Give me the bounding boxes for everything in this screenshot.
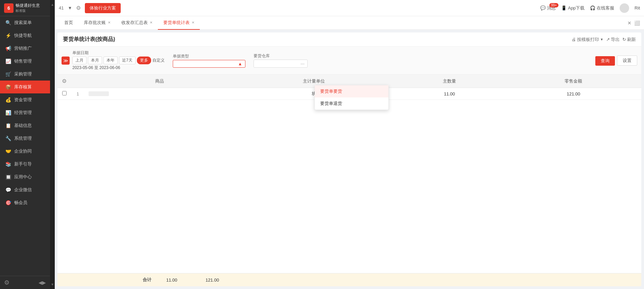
print-button[interactable]: 🖨 按模板打印 ▼ [572,37,603,43]
logo-icon: 6 [4,3,14,13]
mobile-icon: 📱 [561,5,567,10]
scroll-up-icon[interactable]: ▲ [51,3,54,6]
filter-warehouse-dots-icon[interactable]: ··· [301,61,305,66]
page-actions: 🖨 按模板打印 ▼ ↗ 导出 ↻ 刷新 [572,37,636,43]
message-badge: 99+ [549,3,558,7]
user-avatar[interactable] [620,3,629,13]
purchase-icon: 🛒 [5,71,11,77]
refresh-button[interactable]: ↻ 刷新 [622,37,636,43]
filter-type-select[interactable]: ▲ [173,60,245,68]
operations-icon: 📊 [5,109,11,116]
sidebar-item-label-operations: 经营管理 [14,110,32,116]
top-header: 41 ▼ ⚙ 体验行业方案 💬 消息 99+ 📱 App下载 🎧 在线客服 Ri… [55,0,644,16]
filter-date-this-month[interactable]: 本月 [88,57,102,64]
basic-info-icon: 📋 [5,122,11,129]
filter-date-last-month[interactable]: 上月 [72,57,87,64]
sidebar-item-basic-info[interactable]: 📋基础信息 [0,119,50,132]
sidebar-item-finance[interactable]: 💰资金管理 [0,93,50,106]
sidebar-item-guide[interactable]: 📚新手引导 [0,158,50,171]
type-dropdown: 要货单要货 要货单退货 [314,85,389,110]
footer-total-amount: 121.00 [192,277,233,283]
filter-date-this-year[interactable]: 本年 [103,57,118,64]
filter-expand-button[interactable]: ≫ [62,57,70,65]
refresh-icon: ↻ [622,37,626,42]
sidebar-item-operations[interactable]: 📊经营管理 [0,106,50,119]
content-area: 要货单统计表(按商品) 🖨 按模板打印 ▼ ↗ 导出 ↻ 刷新 ≫ [57,32,641,286]
system-icon: 🔧 [5,135,11,142]
dropdown-item-order-goods[interactable]: 要货单要货 [315,85,388,97]
print-arrow-icon: ▼ [600,38,603,41]
filter-date-last-7-days[interactable]: 近7天 [119,57,136,64]
tab-inventory-batch[interactable]: 库存批次账 ✕ [78,16,116,30]
main-area: 41 ▼ ⚙ 体验行业方案 💬 消息 99+ 📱 App下载 🎧 在线客服 Ri… [55,0,644,289]
collapse-icon[interactable]: ◀▶ [39,280,46,285]
sidebar-item-marketing[interactable]: 📢营销推广 [0,42,50,55]
online-service-button[interactable]: 🎧 在线客服 [590,5,614,11]
table-col-qty: 主数量 [393,74,506,88]
export-button[interactable]: ↗ 导出 [606,37,620,43]
sidebar-item-inventory[interactable]: 📦库存核算 [0,81,50,93]
messages-button[interactable]: 💬 消息 99+ [540,5,556,11]
corp-wechat-icon: 💬 [5,186,11,193]
header-dropdown[interactable]: ▼ [68,5,72,10]
sidebar-bottom: ⚙ ◀▶ [0,276,50,289]
trial-button[interactable]: 体验行业方案 [85,3,121,13]
tabs-controls: ✕ ⬜ [627,20,640,26]
sidebar-item-quick-nav[interactable]: ⚡快捷导航 [0,29,50,42]
header-gear-icon[interactable]: ⚙ [76,5,81,11]
table-col-gear[interactable]: ⚙ [57,74,71,88]
search-icon: 🔍 [5,19,11,26]
product-name-placeholder-0 [89,91,109,96]
sidebar-item-label-quick-nav: 快捷导航 [14,32,32,39]
filter-date-more[interactable]: 更多 [137,57,151,64]
guide-icon: 📚 [5,161,11,168]
setting-button[interactable]: 设置 [617,55,637,66]
query-button[interactable]: 查询 [595,56,615,66]
dropdown-item-order-return[interactable]: 要货单退货 [315,97,388,110]
app-download-button[interactable]: 📱 App下载 [561,5,585,11]
table-col-num [71,74,85,88]
tab-recv-summary[interactable]: 收发存汇总表 ✕ [116,16,158,30]
table-gear-icon[interactable]: ⚙ [62,78,67,84]
settings-icon[interactable]: ⚙ [4,279,9,286]
sidebar-item-label-finance: 资金管理 [14,97,32,103]
tab-close-recv-summary[interactable]: ✕ [150,21,152,24]
row-checkbox-0[interactable] [57,88,71,100]
sidebar-item-purchase[interactable]: 🛒采购管理 [0,68,50,81]
sidebar-item-system[interactable]: 🔧系统管理 [0,132,50,145]
sidebar-item-search[interactable]: 🔍搜索菜单 [0,16,50,29]
message-icon: 💬 [540,5,546,10]
tab-home[interactable]: 首页 [59,16,78,30]
scroll-down-icon[interactable]: ▼ [51,283,54,286]
sidebar-item-sales[interactable]: 📈销售管理 [0,55,50,68]
page-title-bar: 要货单统计表(按商品) 🖨 按模板打印 ▼ ↗ 导出 ↻ 刷新 [57,32,641,47]
sidebar-item-label-purchase: 采购管理 [14,71,32,77]
tab-maximize-button[interactable]: ⬜ [634,20,640,26]
page-title: 要货单统计表(按商品) [63,36,115,43]
dropdown-arrow-icon: ▼ [68,5,72,10]
sidebar-item-label-marketing: 营销推广 [14,45,32,51]
sales-icon: 📈 [5,58,11,65]
sidebar-item-label-basic-info: 基础信息 [14,123,32,129]
filter-type-chevron-up-icon[interactable]: ▲ [238,61,242,66]
filter-type-label: 单据类型 [173,53,245,59]
sidebar-item-label-guide: 新手引导 [14,161,32,167]
footer-label: 合计 [62,277,151,283]
sidebar-logo: 6 畅捷通好生意 标准版 [0,0,50,16]
header-user-num: 41 [59,5,64,10]
sidebar-nav: 🔍搜索菜单⚡快捷导航📢营销推广📈销售管理🛒采购管理📦库存核算💰资金管理📊经营管理… [0,16,50,276]
logo-text: 畅捷通好生意 标准版 [16,3,40,13]
filter-date-custom-label[interactable]: 自定义 [152,58,165,63]
sidebar-item-app-center[interactable]: 🔲应用中心 [0,171,50,183]
row-check-input-0[interactable] [62,91,67,95]
sidebar-item-enterprise[interactable]: 🤝企业协同 [0,145,50,158]
tab-close-inventory-batch[interactable]: ✕ [108,21,111,24]
tab-close-order-summary[interactable]: ✕ [192,21,194,24]
export-icon: ↗ [606,37,610,42]
tab-close-all-button[interactable]: ✕ [627,20,631,26]
sidebar-item-membership[interactable]: 🎯畅会员 [0,196,50,209]
filter-warehouse-select[interactable]: ··· [254,60,308,68]
tab-order-summary[interactable]: 要货单统计表 ✕ [158,16,200,30]
sidebar-item-corp-wechat[interactable]: 💬企业微信 [0,183,50,196]
filter-type-input[interactable] [176,61,237,66]
